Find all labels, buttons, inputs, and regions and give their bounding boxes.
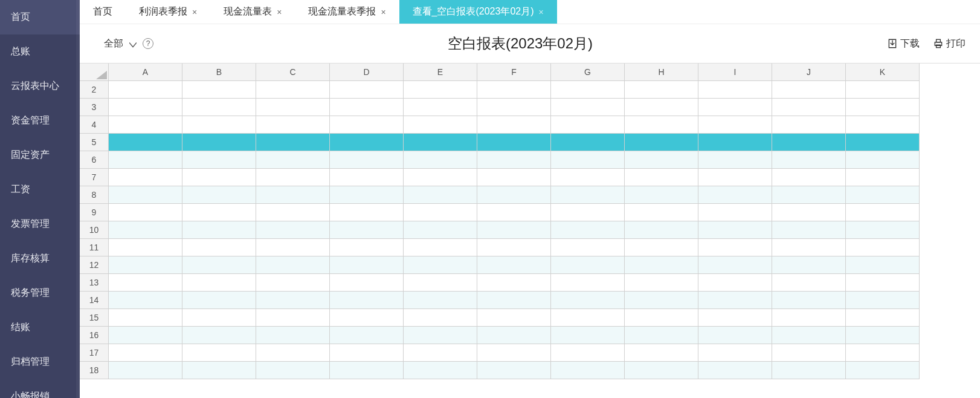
cell-K5[interactable] bbox=[846, 134, 920, 151]
cell-D8[interactable] bbox=[330, 186, 404, 204]
cell-K4[interactable] bbox=[846, 116, 920, 134]
cell-D3[interactable] bbox=[330, 99, 404, 116]
cell-D11[interactable] bbox=[330, 239, 404, 256]
cell-K2[interactable] bbox=[846, 81, 920, 99]
cell-D2[interactable] bbox=[330, 81, 404, 99]
row-header-14[interactable]: 14 bbox=[80, 292, 109, 309]
filter-dropdown[interactable]: 全部 ? bbox=[104, 38, 153, 50]
close-icon[interactable]: × bbox=[381, 7, 385, 17]
cell-G9[interactable] bbox=[551, 204, 625, 221]
cell-D18[interactable] bbox=[330, 362, 404, 379]
row-header-15[interactable]: 15 bbox=[80, 309, 109, 327]
cell-D4[interactable] bbox=[330, 116, 404, 134]
cell-D14[interactable] bbox=[330, 292, 404, 309]
cell-D6[interactable] bbox=[330, 151, 404, 169]
cell-F12[interactable] bbox=[477, 256, 551, 274]
cell-F18[interactable] bbox=[477, 362, 551, 379]
col-header-H[interactable]: H bbox=[625, 64, 698, 81]
cell-B5[interactable] bbox=[182, 134, 256, 151]
row-header-6[interactable]: 6 bbox=[80, 151, 109, 169]
cell-J17[interactable] bbox=[772, 344, 846, 362]
sidebar-item-0[interactable]: 首页 bbox=[0, 0, 80, 34]
cell-J6[interactable] bbox=[772, 151, 846, 169]
cell-C15[interactable] bbox=[256, 309, 330, 327]
cell-A16[interactable] bbox=[109, 327, 182, 344]
cell-G14[interactable] bbox=[551, 292, 625, 309]
cell-A5[interactable] bbox=[109, 134, 182, 151]
cell-F14[interactable] bbox=[477, 292, 551, 309]
cell-J14[interactable] bbox=[772, 292, 846, 309]
cell-H10[interactable] bbox=[625, 221, 698, 239]
download-button[interactable]: 下载 bbox=[887, 38, 920, 50]
cell-I14[interactable] bbox=[698, 292, 772, 309]
cell-E3[interactable] bbox=[404, 99, 477, 116]
row-header-11[interactable]: 11 bbox=[80, 239, 109, 256]
cell-E16[interactable] bbox=[404, 327, 477, 344]
cell-K9[interactable] bbox=[846, 204, 920, 221]
cell-I16[interactable] bbox=[698, 327, 772, 344]
col-header-I[interactable]: I bbox=[698, 64, 772, 81]
cell-B4[interactable] bbox=[182, 116, 256, 134]
cell-G8[interactable] bbox=[551, 186, 625, 204]
cell-K15[interactable] bbox=[846, 309, 920, 327]
cell-I3[interactable] bbox=[698, 99, 772, 116]
cell-I10[interactable] bbox=[698, 221, 772, 239]
cell-B16[interactable] bbox=[182, 327, 256, 344]
cell-E12[interactable] bbox=[404, 256, 477, 274]
cell-B6[interactable] bbox=[182, 151, 256, 169]
cell-C10[interactable] bbox=[256, 221, 330, 239]
cell-A4[interactable] bbox=[109, 116, 182, 134]
cell-E17[interactable] bbox=[404, 344, 477, 362]
cell-J13[interactable] bbox=[772, 274, 846, 292]
cell-G16[interactable] bbox=[551, 327, 625, 344]
cell-B13[interactable] bbox=[182, 274, 256, 292]
col-header-J[interactable]: J bbox=[772, 64, 846, 81]
cell-B17[interactable] bbox=[182, 344, 256, 362]
cell-B12[interactable] bbox=[182, 256, 256, 274]
cell-J8[interactable] bbox=[772, 186, 846, 204]
cell-A12[interactable] bbox=[109, 256, 182, 274]
cell-F3[interactable] bbox=[477, 99, 551, 116]
cell-F4[interactable] bbox=[477, 116, 551, 134]
cell-H5[interactable] bbox=[625, 134, 698, 151]
cell-I2[interactable] bbox=[698, 81, 772, 99]
cell-B3[interactable] bbox=[182, 99, 256, 116]
col-header-C[interactable]: C bbox=[256, 64, 330, 81]
cell-I15[interactable] bbox=[698, 309, 772, 327]
cell-A11[interactable] bbox=[109, 239, 182, 256]
cell-C14[interactable] bbox=[256, 292, 330, 309]
cell-F2[interactable] bbox=[477, 81, 551, 99]
cell-C18[interactable] bbox=[256, 362, 330, 379]
cell-B7[interactable] bbox=[182, 169, 256, 186]
sidebar-item-1[interactable]: 总账 bbox=[0, 34, 80, 69]
sidebar-item-2[interactable]: 云报表中心 bbox=[0, 69, 80, 103]
cell-G10[interactable] bbox=[551, 221, 625, 239]
tab-3[interactable]: 现金流量表季报× bbox=[295, 0, 399, 24]
cell-I12[interactable] bbox=[698, 256, 772, 274]
cell-J10[interactable] bbox=[772, 221, 846, 239]
cell-E6[interactable] bbox=[404, 151, 477, 169]
cell-K8[interactable] bbox=[846, 186, 920, 204]
cell-J12[interactable] bbox=[772, 256, 846, 274]
cell-A15[interactable] bbox=[109, 309, 182, 327]
sidebar-item-6[interactable]: 发票管理 bbox=[0, 207, 80, 241]
row-header-9[interactable]: 9 bbox=[80, 204, 109, 221]
cell-C17[interactable] bbox=[256, 344, 330, 362]
cell-A13[interactable] bbox=[109, 274, 182, 292]
cell-B14[interactable] bbox=[182, 292, 256, 309]
cell-F10[interactable] bbox=[477, 221, 551, 239]
cell-E18[interactable] bbox=[404, 362, 477, 379]
cell-D9[interactable] bbox=[330, 204, 404, 221]
cell-D13[interactable] bbox=[330, 274, 404, 292]
cell-I6[interactable] bbox=[698, 151, 772, 169]
cell-G11[interactable] bbox=[551, 239, 625, 256]
close-icon[interactable]: × bbox=[192, 7, 197, 17]
cell-H2[interactable] bbox=[625, 81, 698, 99]
cell-K6[interactable] bbox=[846, 151, 920, 169]
sidebar-item-3[interactable]: 资金管理 bbox=[0, 103, 80, 138]
cell-E15[interactable] bbox=[404, 309, 477, 327]
cell-E8[interactable] bbox=[404, 186, 477, 204]
cell-A6[interactable] bbox=[109, 151, 182, 169]
cell-B11[interactable] bbox=[182, 239, 256, 256]
row-header-8[interactable]: 8 bbox=[80, 186, 109, 204]
